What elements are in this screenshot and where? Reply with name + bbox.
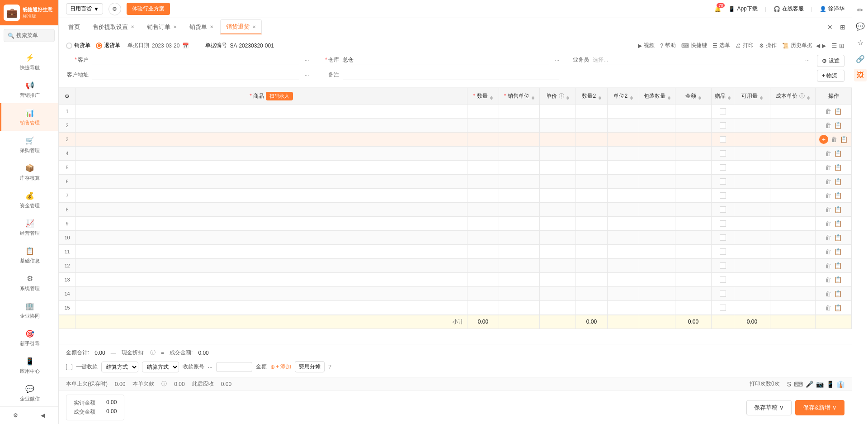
gift-cell[interactable] [712,133,734,147]
unit-price-cell[interactable] [540,231,576,245]
cost-price-cell[interactable] [770,147,816,161]
add-button[interactable]: ⊕ + 添加 [270,363,291,371]
delete-row-button[interactable]: 🗑 [825,248,831,255]
sales-unit-cell[interactable] [499,133,540,147]
unit2-cell[interactable] [608,287,639,301]
cost-price-cell[interactable] [770,203,816,217]
available-sort[interactable] [760,96,763,100]
unit2-cell[interactable] [608,161,639,175]
quantity-cell[interactable] [467,273,499,287]
print-action[interactable]: 🖨 打印 [736,42,754,49]
product-cell[interactable] [75,287,467,301]
gift-cell[interactable] [712,217,734,231]
amount-sort[interactable] [698,96,701,100]
sales-unit-cell[interactable] [499,119,540,133]
available-cell[interactable] [734,245,770,259]
video-action[interactable]: ▶ 视频 [638,42,655,49]
amount-cell[interactable] [675,217,712,231]
sales-unit-cell[interactable] [499,189,540,203]
available-cell[interactable] [734,133,770,147]
gift-cell[interactable] [712,203,734,217]
copy-row-button[interactable]: 📋 [834,206,842,213]
amount-cell[interactable] [675,105,712,119]
one-key-pay-checkbox[interactable] [66,364,72,370]
delete-row-button[interactable]: 🗑 [825,276,831,283]
gift-cell[interactable] [712,161,734,175]
qty2-cell[interactable] [576,245,608,259]
online-service-button[interactable]: 🎧 在线客服 [774,5,804,13]
gift-checkbox[interactable] [720,136,726,143]
calendar-icon[interactable]: 📅 [182,43,189,49]
gift-checkbox[interactable] [720,206,726,213]
qty2-sort[interactable] [599,96,601,100]
gift-checkbox[interactable] [720,291,726,297]
delete-row-button[interactable]: 🗑 [825,290,831,297]
available-cell[interactable] [734,105,770,119]
history-action[interactable]: 📜 历史单据 ◀ ▶ [782,42,826,49]
amount-cell[interactable] [675,245,712,259]
unit2-cell[interactable] [608,273,639,287]
salesperson-dots-button[interactable]: ··· [805,57,810,63]
quantity-cell[interactable] [467,301,499,315]
qty2-cell[interactable] [576,175,608,189]
gift-checkbox[interactable] [720,192,726,199]
amount-cell[interactable] [675,203,712,217]
list-view-icon[interactable]: ☰ [831,42,837,49]
quantity-cell[interactable] [467,175,499,189]
warehouse-input[interactable] [343,55,550,65]
unit-price-cell[interactable] [540,133,576,147]
quantity-cell[interactable] [467,217,499,231]
unit-price-cell[interactable] [540,273,576,287]
unit2-cell[interactable] [608,133,639,147]
qty2-cell[interactable] [576,119,608,133]
expense-info-icon[interactable]: ? [328,364,331,370]
unit-price-sort[interactable] [566,96,569,100]
product-cell[interactable] [75,259,467,273]
gift-checkbox[interactable] [720,108,726,114]
unit2-cell[interactable] [608,105,639,119]
sales-unit-cell[interactable] [499,147,540,161]
right-photo-button[interactable]: 🖼 [854,69,867,81]
gift-checkbox[interactable] [720,220,726,227]
sidebar-item-sales[interactable]: 📊 销售管理 [0,103,58,131]
qty2-cell[interactable] [576,287,608,301]
sales-unit-cell[interactable] [499,273,540,287]
cost-price-cell[interactable] [770,231,816,245]
delete-row-button[interactable]: 🗑 [825,108,831,115]
qty2-cell[interactable] [576,133,608,147]
copy-row-button[interactable]: 📋 [834,220,842,227]
grid-view-icon[interactable]: ⊞ [839,42,844,49]
amount-cell[interactable] [675,273,712,287]
available-cell[interactable] [734,147,770,161]
th-gear[interactable]: ⚙ [59,88,75,105]
add-row-button[interactable]: + [819,135,828,144]
amount-input[interactable] [216,362,252,372]
sidebar-item-wechat[interactable]: 💬 企业微信 [0,379,58,406]
unit-price-cell[interactable] [540,259,576,273]
sales-unit-cell[interactable] [499,203,540,217]
unit2-cell[interactable] [608,231,639,245]
unit2-cell[interactable] [608,245,639,259]
pack-qty-cell[interactable] [639,259,675,273]
tab-close-icon[interactable]: ✕ [173,24,177,29]
product-cell[interactable] [75,203,467,217]
unit-price-info-icon[interactable]: ⓘ [559,93,564,99]
tab-sales[interactable]: 销货单 ✕ [184,20,219,34]
cost-price-cell[interactable] [770,133,816,147]
help-action[interactable]: ? 帮助 [660,42,676,49]
unit-price-cell[interactable] [540,105,576,119]
delete-row-button[interactable]: 🗑 [825,164,831,171]
pack-qty-cell[interactable] [639,217,675,231]
quantity-cell[interactable] [467,231,499,245]
tablet-icon[interactable]: 📱 [826,381,834,388]
available-cell[interactable] [734,231,770,245]
product-cell[interactable] [75,175,467,189]
logistics-button[interactable]: + 物流 [817,70,844,82]
pack-qty-cell[interactable] [639,245,675,259]
qty2-cell[interactable] [576,217,608,231]
sales-unit-sort[interactable] [532,96,534,100]
delete-row-button[interactable]: 🗑 [825,178,831,185]
sales-unit-cell[interactable] [499,287,540,301]
tab-sales-order[interactable]: 销售订单 ✕ [141,20,183,34]
available-cell[interactable] [734,175,770,189]
